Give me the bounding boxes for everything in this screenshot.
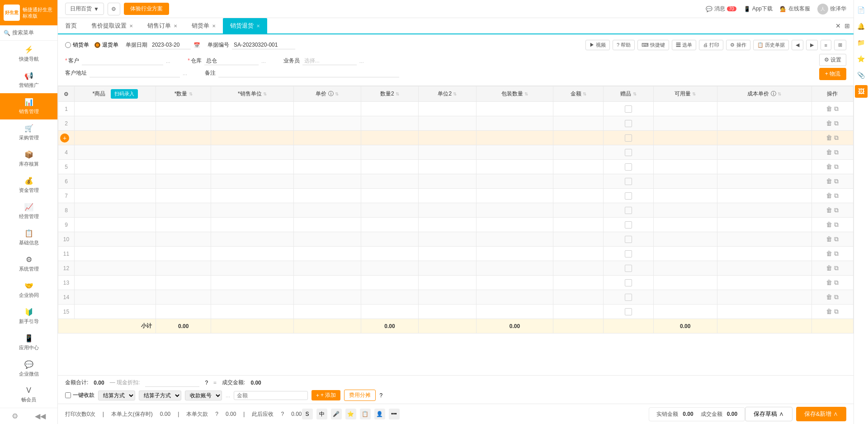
amount-cell-4[interactable] [553, 145, 604, 160]
sidebar-item-shortcuts[interactable]: ⚡ 快捷导航 [0, 41, 57, 67]
product-cell-1[interactable] [75, 102, 156, 116]
add-payment-btn[interactable]: + + 添加 [311, 390, 340, 400]
online-service-btn[interactable]: 💁 在线客服 [780, 5, 810, 13]
copy-row-13[interactable]: ⧉ [834, 279, 839, 286]
sidebar-collapse-icon[interactable]: ◀◀ [35, 412, 46, 420]
amount-cell-10[interactable] [553, 232, 604, 247]
gift-cell-14[interactable] [604, 290, 654, 305]
qty2-cell-7[interactable] [361, 189, 418, 203]
delete-row-13[interactable]: 🗑 [826, 279, 832, 286]
sidebar-item-purchase[interactable]: 🛒 采购管理 [0, 119, 57, 146]
gift-checkbox-5[interactable] [625, 163, 632, 171]
copy-row-9[interactable]: ⧉ [834, 221, 839, 229]
pack-cell-5[interactable] [476, 160, 553, 174]
toolbar-person-icon[interactable]: 👤 [374, 409, 385, 419]
unit-cell-8[interactable] [211, 203, 293, 218]
delete-row-12[interactable]: 🗑 [826, 264, 832, 272]
help-btn[interactable]: ? 帮助 [613, 40, 635, 50]
price-cell-13[interactable] [293, 276, 361, 290]
unit-cell-13[interactable] [211, 276, 293, 290]
available-cell-13[interactable] [653, 276, 717, 290]
cost-cell-8[interactable] [717, 203, 811, 218]
amount-cell-7[interactable] [553, 189, 604, 203]
close-price-settings[interactable]: ✕ [129, 24, 133, 29]
amount-cell-3[interactable] [553, 131, 604, 145]
user-menu[interactable]: 人 徐泽华 [817, 4, 846, 14]
pack-cell-14[interactable] [476, 290, 553, 305]
cash-discount-input[interactable] [145, 378, 199, 387]
qty-cell-15[interactable] [156, 305, 211, 319]
available-cell-6[interactable] [653, 174, 717, 189]
cost-cell-7[interactable] [717, 189, 811, 203]
product-cell-7[interactable] [75, 189, 156, 203]
delete-row-6[interactable]: 🗑 [826, 177, 832, 185]
amount-input[interactable] [234, 391, 308, 400]
topbar-settings-btn[interactable]: ⚙ [108, 3, 120, 15]
pack-cell-6[interactable] [476, 174, 553, 189]
copy-row-2[interactable]: ⧉ [834, 119, 839, 127]
address-input[interactable] [90, 69, 180, 77]
shortcut-btn[interactable]: ⌨ 快捷键 [637, 40, 669, 50]
gift-cell-12[interactable] [604, 261, 654, 276]
unit-cell-10[interactable] [211, 232, 293, 247]
available-cell-7[interactable] [653, 189, 717, 203]
close-returns[interactable]: ✕ [256, 24, 260, 29]
calendar-icon[interactable]: 📅 [193, 42, 200, 48]
sidebar-settings-icon[interactable]: ⚙ [12, 412, 18, 420]
prev-doc-btn[interactable]: ◀ [792, 40, 803, 50]
pack-cell-7[interactable] [476, 189, 553, 203]
product-cell-12[interactable] [75, 261, 156, 276]
right-icon-notify[interactable]: 🔔 [855, 20, 868, 33]
expand-tabs-btn[interactable]: ⊞ [844, 22, 850, 29]
gift-cell-15[interactable] [604, 305, 654, 319]
unit-cell-1[interactable] [211, 102, 293, 116]
search-menu-item[interactable]: 🔍 搜索菜单 [0, 25, 57, 41]
delete-row-15[interactable]: 🗑 [826, 308, 832, 315]
amount-cell-11[interactable] [553, 247, 604, 261]
price-cell-12[interactable] [293, 261, 361, 276]
amount-cell-12[interactable] [553, 261, 604, 276]
gift-cell-1[interactable] [604, 102, 654, 116]
delete-row-3[interactable]: 🗑 [826, 134, 832, 142]
amount-cell-13[interactable] [553, 276, 604, 290]
staff-input[interactable] [302, 57, 357, 65]
available-cell-5[interactable] [653, 160, 717, 174]
unit2-cell-15[interactable] [419, 305, 476, 319]
sidebar-item-inventory[interactable]: 📦 库存核算 [0, 146, 57, 172]
radio-return[interactable]: 退货单 [94, 41, 118, 49]
product-cell-4[interactable] [75, 145, 156, 160]
toolbar-zh-icon[interactable]: 中 [316, 409, 327, 419]
cost-cell-1[interactable] [717, 102, 811, 116]
app-download-btn[interactable]: 📱 App下载 [744, 5, 773, 13]
unit2-cell-12[interactable] [419, 261, 476, 276]
pack-cell-9[interactable] [476, 218, 553, 232]
number-input[interactable] [232, 41, 295, 49]
gift-checkbox-1[interactable] [625, 105, 632, 113]
gift-checkbox-2[interactable] [625, 120, 632, 127]
product-cell-9[interactable] [75, 218, 156, 232]
cost-cell-12[interactable] [717, 261, 811, 276]
gift-checkbox-8[interactable] [625, 207, 632, 214]
customer-input[interactable] [82, 57, 163, 65]
cost-cell-6[interactable] [717, 174, 811, 189]
copy-row-4[interactable]: ⧉ [834, 148, 839, 156]
cost-cell-15[interactable] [717, 305, 811, 319]
available-cell-2[interactable] [653, 116, 717, 131]
price-cell-7[interactable] [293, 189, 361, 203]
qty-cell-7[interactable] [156, 189, 211, 203]
save-new-btn[interactable]: 保存&新增 ∧ [796, 407, 846, 421]
price-cell-8[interactable] [293, 203, 361, 218]
warehouse-picker-btn[interactable]: ... [261, 58, 266, 64]
qty2-cell-1[interactable] [361, 102, 418, 116]
copy-row-5[interactable]: ⧉ [834, 163, 839, 171]
pack-cell-3[interactable] [476, 131, 553, 145]
price-cell-6[interactable] [293, 174, 361, 189]
right-icon-doc[interactable]: 📄 [855, 4, 868, 16]
unit2-cell-1[interactable] [419, 102, 476, 116]
amount-cell-1[interactable] [553, 102, 604, 116]
gift-checkbox-13[interactable] [625, 279, 632, 286]
video-btn[interactable]: ▶ 视频 [585, 40, 610, 50]
available-cell-8[interactable] [653, 203, 717, 218]
toolbar-list-icon[interactable]: 📋 [360, 409, 371, 419]
gift-cell-5[interactable] [604, 160, 654, 174]
